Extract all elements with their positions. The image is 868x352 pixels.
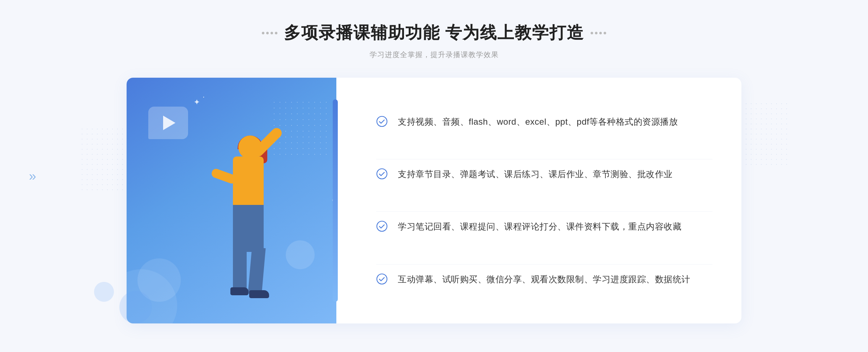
play-triangle-icon xyxy=(163,116,175,130)
title-row: 多项录播课辅助功能 专为线上教学打造 xyxy=(262,22,607,44)
person-shoe-left xyxy=(230,287,248,295)
feature-text-1: 支持视频、音频、flash、word、excel、ppt、pdf等各种格式的资源… xyxy=(398,115,678,129)
dot xyxy=(275,32,277,34)
person-shoe-right xyxy=(249,290,269,298)
title-dots-left xyxy=(262,32,277,34)
dot xyxy=(595,32,597,34)
feature-item-2: 支持章节目录、弹题考试、课后练习、课后作业、章节测验、批改作业 xyxy=(376,159,712,189)
dot xyxy=(262,32,264,34)
check-icon-1 xyxy=(376,116,388,129)
dot xyxy=(591,32,593,34)
feature-item-1: 支持视频、音频、flash、word、excel、ppt、pdf等各种格式的资源… xyxy=(376,107,712,137)
check-icon-4 xyxy=(376,273,388,286)
card-sidebar-strip xyxy=(333,99,338,302)
svg-point-1 xyxy=(377,169,387,179)
dot xyxy=(271,32,273,34)
svg-point-2 xyxy=(377,221,387,231)
main-title: 多项录播课辅助功能 专为线上教学打造 xyxy=(284,22,584,44)
feature-text-3: 学习笔记回看、课程提问、课程评论打分、课件资料下载，重点内容收藏 xyxy=(398,220,681,233)
svg-point-3 xyxy=(377,274,387,284)
person-pants xyxy=(233,205,264,252)
svg-point-0 xyxy=(377,116,387,126)
arrow-left-decoration: » xyxy=(29,169,36,184)
deco-circle-2 xyxy=(94,282,114,302)
person-body xyxy=(233,156,264,207)
play-bubble xyxy=(148,107,188,139)
deco-circle-1 xyxy=(119,291,152,323)
check-icon-3 xyxy=(376,220,388,233)
person-leg-left xyxy=(233,248,247,291)
feature-item-3: 学习笔记回看、课程提问、课程评论打分、课件资料下载，重点内容收藏 xyxy=(376,211,712,241)
dot xyxy=(604,32,606,34)
feature-text-2: 支持章节目录、弹题考试、课后练习、课后作业、章节测验、批改作业 xyxy=(398,167,673,181)
sparkle-icon-2: · xyxy=(203,92,205,102)
title-dots-right xyxy=(591,32,606,34)
person-figure xyxy=(199,136,293,323)
dot xyxy=(599,32,602,34)
header-section: 多项录播课辅助功能 专为线上教学打造 学习进度全掌握，提升录播课教学效果 xyxy=(262,22,607,60)
check-icon-2 xyxy=(376,168,388,181)
illustration-area: 《 ✦ · xyxy=(127,78,336,323)
person-leg-right xyxy=(248,247,265,295)
dot xyxy=(266,32,269,34)
feature-item-4: 互动弹幕、试听购买、微信分享、观看次数限制、学习进度跟踪、数据统计 xyxy=(376,264,712,294)
content-card: 《 ✦ · xyxy=(127,78,741,323)
sparkle-icon-1: ✦ xyxy=(193,98,200,107)
page-container: » 多项录播课辅助功能 专为线上教学打造 学习进度全掌握，提升录播课教学效果 xyxy=(0,0,868,352)
features-area: 支持视频、音频、flash、word、excel、ppt、pdf等各种格式的资源… xyxy=(336,78,741,323)
subtitle: 学习进度全掌握，提升录播课教学效果 xyxy=(262,50,607,60)
feature-text-4: 互动弹幕、试听购买、微信分享、观看次数限制、学习进度跟踪、数据统计 xyxy=(398,272,690,286)
